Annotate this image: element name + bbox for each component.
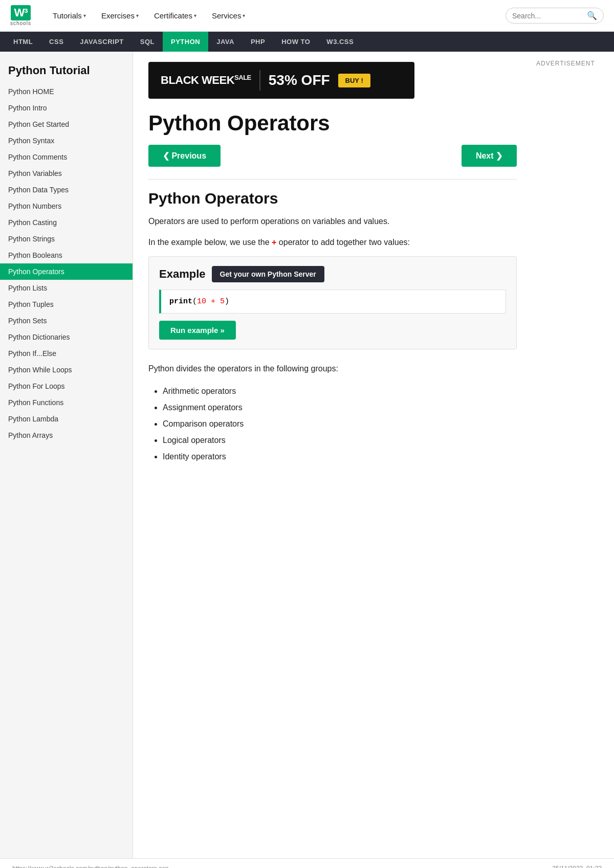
sidebar-item-python-numbers[interactable]: Python Numbers	[0, 198, 133, 214]
nav-certificates-arrow-icon: ▾	[194, 13, 196, 18]
code-num-10: 10	[197, 297, 206, 306]
footer-info: 25/11/2023, 01:22 Page 1 of 13	[552, 865, 602, 868]
topic-html[interactable]: HTML	[5, 32, 41, 52]
nav-tutorials-arrow-icon: ▾	[83, 13, 86, 18]
sidebar-item-python-intro[interactable]: Python Intro	[0, 100, 133, 116]
topic-javascript[interactable]: JAVASCRIPT	[72, 32, 131, 52]
nav-tutorials[interactable]: Tutorials ▾	[47, 7, 92, 24]
groups-intro-text: Python divides the operators in the foll…	[148, 362, 517, 375]
content-area: BLACK WEEKSALE 53% OFF BUY ! Python Oper…	[133, 52, 532, 858]
sidebar-item-python-arrays[interactable]: Python Arrays	[0, 427, 133, 443]
code-block: print(10 + 5)	[159, 290, 506, 314]
right-ad: ADVERTISEMENT	[532, 52, 604, 858]
ad-banner[interactable]: BLACK WEEKSALE 53% OFF BUY !	[148, 62, 414, 99]
topic-java[interactable]: JAVA	[208, 32, 243, 52]
next-button[interactable]: Next ❯	[462, 145, 517, 167]
nav-buttons: ❮ Previous Next ❯	[148, 145, 517, 167]
sidebar-item-python-variables[interactable]: Python Variables	[0, 165, 133, 182]
logo-w3-icon: W³	[11, 5, 30, 20]
sidebar-item-python-strings[interactable]: Python Strings	[0, 231, 133, 247]
nav-exercises-label: Exercises	[101, 11, 135, 20]
divider	[148, 179, 517, 180]
sidebar-item-python-dictionaries[interactable]: Python Dictionaries	[0, 329, 133, 345]
nav-services-arrow-icon: ▾	[243, 13, 245, 18]
prev-button[interactable]: ❮ Previous	[148, 145, 221, 167]
ad-buy-button[interactable]: BUY !	[338, 74, 370, 87]
topic-howto[interactable]: HOW TO	[273, 32, 318, 52]
run-button[interactable]: Run example »	[159, 321, 236, 340]
sidebar-item-python-tuples[interactable]: Python Tuples	[0, 296, 133, 313]
search-input[interactable]	[512, 12, 584, 20]
example-label: Example	[159, 268, 206, 281]
topic-python[interactable]: PYTHON	[163, 32, 208, 52]
ad-black-week-label: BLACK WEEKSALE	[161, 74, 251, 87]
sidebar-item-python-lambda[interactable]: Python Lambda	[0, 411, 133, 427]
ad-percent-label: 53% OFF	[269, 72, 330, 88]
nav-exercises[interactable]: Exercises ▾	[95, 7, 145, 24]
footer-url: https://www.w3schools.com/python/python_…	[12, 865, 169, 868]
nav-certificates-label: Certificates	[154, 11, 192, 20]
nav-services-label: Services	[212, 11, 242, 20]
sidebar-item-python-while-loops[interactable]: Python While Loops	[0, 362, 133, 378]
code-num-5: 5	[220, 297, 225, 306]
nav-exercises-arrow-icon: ▾	[136, 13, 139, 18]
ad-divider	[259, 70, 260, 91]
sidebar-item-python-operators[interactable]: Python Operators	[0, 263, 133, 280]
code-plus-op: +	[211, 297, 215, 306]
sidebar: Python Tutorial Python HOME Python Intro…	[0, 52, 133, 858]
intro-text-1: Operators are used to perform operations…	[148, 214, 517, 228]
sidebar-title: Python Tutorial	[0, 60, 133, 83]
sidebar-item-python-for-loops[interactable]: Python For Loops	[0, 378, 133, 394]
sidebar-item-python-get-started[interactable]: Python Get Started	[0, 116, 133, 132]
topic-php[interactable]: PHP	[243, 32, 273, 52]
top-nav: W³ schools Tutorials ▾ Exercises ▾ Certi…	[0, 0, 614, 32]
sidebar-item-python-sets[interactable]: Python Sets	[0, 313, 133, 329]
sidebar-item-python-home[interactable]: Python HOME	[0, 83, 133, 100]
list-item: Assignment operators	[163, 399, 517, 416]
nav-menu: Tutorials ▾ Exercises ▾ Certificates ▾ S…	[47, 7, 252, 24]
example-header: Example Get your own Python Server	[159, 266, 506, 282]
nav-services[interactable]: Services ▾	[206, 7, 252, 24]
search-box[interactable]: 🔍	[506, 8, 604, 24]
list-item: Comparison operators	[163, 416, 517, 432]
groups-list: Arithmetic operators Assignment operator…	[163, 383, 517, 465]
sidebar-item-python-booleans[interactable]: Python Booleans	[0, 247, 133, 263]
right-ad-label: ADVERTISEMENT	[536, 60, 595, 67]
section-heading: Python Operators	[148, 190, 517, 207]
topic-sql[interactable]: SQL	[132, 32, 163, 52]
sidebar-item-python-functions[interactable]: Python Functions	[0, 394, 133, 411]
page-title: Python Operators	[148, 111, 517, 136]
intro-text-2: In the example below, we use the + opera…	[148, 235, 517, 249]
list-item: Arithmetic operators	[163, 383, 517, 399]
example-box: Example Get your own Python Server print…	[148, 256, 517, 349]
sidebar-item-python-comments[interactable]: Python Comments	[0, 149, 133, 165]
sidebar-item-python-lists[interactable]: Python Lists	[0, 280, 133, 296]
nav-certificates[interactable]: Certificates ▾	[148, 7, 203, 24]
topic-css[interactable]: CSS	[41, 32, 72, 52]
nav-tutorials-label: Tutorials	[53, 11, 82, 20]
sidebar-item-python-if-else[interactable]: Python If...Else	[0, 345, 133, 362]
ad-sale-label: SALE	[234, 74, 251, 81]
sidebar-item-python-syntax[interactable]: Python Syntax	[0, 132, 133, 149]
sidebar-item-python-casting[interactable]: Python Casting	[0, 214, 133, 231]
topic-w3css[interactable]: W3.CSS	[318, 32, 362, 52]
main-layout: Python Tutorial Python HOME Python Intro…	[0, 52, 614, 858]
footer: https://www.w3schools.com/python/python_…	[0, 858, 614, 868]
sidebar-item-python-data-types[interactable]: Python Data Types	[0, 182, 133, 198]
list-item: Logical operators	[163, 432, 517, 449]
topic-bar: HTML CSS JAVASCRIPT SQL PYTHON JAVA PHP …	[0, 32, 614, 52]
code-print: print	[169, 297, 192, 306]
logo[interactable]: W³ schools	[10, 5, 31, 26]
list-item: Identity operators	[163, 449, 517, 465]
get-server-button[interactable]: Get your own Python Server	[212, 266, 324, 282]
search-icon[interactable]: 🔍	[587, 11, 597, 20]
logo-schools-label: schools	[10, 20, 31, 26]
plus-symbol: +	[272, 238, 276, 247]
